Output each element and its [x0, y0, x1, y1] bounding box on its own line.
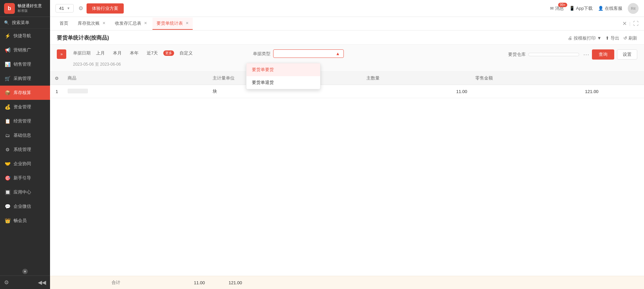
finance-icon: 💰 [4, 104, 11, 110]
settings-button[interactable]: 设置 [617, 49, 637, 60]
data-table: ⚙ 商品 主计量单位 主数量 零售金额 1 块 [50, 72, 644, 98]
tab-home[interactable]: 首页 [55, 18, 72, 30]
table-wrapper: ⚙ 商品 主计量单位 主数量 零售金额 1 块 [50, 72, 644, 276]
warehouse-selector[interactable] [528, 53, 579, 56]
search-menu[interactable]: 🔍 搜索菜单 [0, 17, 50, 29]
type-input[interactable] [277, 51, 334, 56]
tab-inventory-batch-close[interactable]: ✕ [102, 21, 105, 25]
type-dropdown[interactable]: ▲ [273, 49, 344, 58]
purchase-label: 采购管理 [14, 75, 46, 82]
appstore-label: 应用中心 [14, 189, 46, 195]
sidebar-item-sales[interactable]: 📊 销售管理 [0, 57, 50, 71]
sidebar-item-basic[interactable]: 🗂 基础信息 [0, 128, 50, 142]
app-download-button[interactable]: 📱 App下载 [569, 5, 593, 12]
sidebar-item-member[interactable]: 👑 畅会员 [0, 214, 50, 228]
filter-toggle-icon: » [61, 52, 63, 57]
app-download-icon: 📱 [569, 6, 575, 11]
search-icon: 🔍 [4, 20, 9, 25]
tab-expand-icon[interactable]: ⛶ [633, 21, 639, 27]
tab-order-stats-close[interactable]: ✕ [186, 21, 189, 25]
store-selector[interactable]: 41 ▼ [55, 4, 74, 13]
date-filter-group: 单据日期 上月 本月 本年 近7天 更多 自定义 2023-05-06 至 20… [73, 49, 246, 67]
user-avatar[interactable]: Rit [628, 3, 639, 14]
sales-label: 销售管理 [14, 61, 46, 67]
tab-close-all-icon[interactable]: ✕ [622, 20, 627, 27]
dropdown-option-order-return[interactable]: 要货单退货 [246, 76, 320, 89]
settings-icon[interactable]: ⚙ [4, 279, 9, 286]
page-title: 要货单统计表(按商品) [57, 35, 109, 42]
member-label: 畅会员 [14, 218, 46, 224]
sales-icon: 📊 [4, 62, 11, 67]
col-settings[interactable]: ⚙ [50, 72, 64, 85]
tab-receivable-summary[interactable]: 收发存汇总表 ✕ [111, 18, 151, 30]
sidebar-item-guide[interactable]: 🎯 新手引导 [0, 171, 50, 185]
footer-total-quantity: 11.00 [188, 280, 215, 285]
tab-receivable-summary-close[interactable]: ✕ [144, 21, 147, 25]
footer-total-label: 合计 [112, 280, 120, 286]
collapse-sidebar-icon[interactable]: ◀◀ [38, 279, 46, 286]
type-dropdown-chevron-icon[interactable]: ▲ [336, 51, 340, 56]
warehouse-filter-group: 要货仓库 ⋯ 查询 设置 [508, 49, 637, 60]
sidebar-item-purchase[interactable]: 🛒 采购管理 [0, 71, 50, 86]
this-year-button[interactable]: 本年 [127, 49, 141, 58]
custom-date-button[interactable]: 自定义 [177, 49, 195, 58]
print-chevron-icon: ▼ [597, 36, 601, 41]
sidebar-item-inventory[interactable]: 📦 库存核算 [0, 86, 50, 100]
dropdown-option-order-goods-label: 要货单要货 [252, 67, 274, 72]
trial-button[interactable]: 体验行业方案 [87, 3, 124, 14]
sidebar-nav: ⚡ 快捷导航 📢 营销推广 📊 销售管理 🛒 采购管理 📦 库存核算 💰 资金管… [0, 29, 50, 267]
col-amount-header: 零售金额 [471, 72, 602, 85]
sidebar-item-quick-nav[interactable]: ⚡ 快捷导航 [0, 29, 50, 43]
query-button[interactable]: 查询 [592, 49, 614, 60]
sidebar-item-enterprise[interactable]: 🤝 企业协同 [0, 157, 50, 171]
goods-placeholder [68, 89, 88, 93]
service-icon: 👤 [598, 6, 603, 11]
store-chevron-icon: ▼ [67, 6, 70, 10]
app-edition: 标准版 [18, 8, 42, 13]
last-7-days-button[interactable]: 近7天 [144, 49, 161, 58]
sidebar-item-wechat[interactable]: 💬 企业微信 [0, 199, 50, 214]
this-month-button[interactable]: 本月 [110, 49, 124, 58]
export-button[interactable]: ⬆ 导出 [605, 35, 619, 41]
messages-badge: 99+ [558, 3, 567, 7]
more-date-badge[interactable]: 更多 [163, 50, 174, 56]
refresh-button[interactable]: ↺ 刷新 [623, 35, 637, 41]
header-left: 41 ▼ ⚙ 体验行业方案 [55, 3, 124, 14]
dropdown-option-order-goods[interactable]: 要货单要货 [246, 63, 320, 76]
tab-receivable-summary-label: 收发存汇总表 [115, 20, 141, 26]
sidebar-item-finance[interactable]: 💰 资金管理 [0, 100, 50, 114]
dropdown-option-order-return-label: 要货单退货 [252, 80, 274, 85]
top-header: 41 ▼ ⚙ 体验行业方案 ✉ 消息 99+ 📱 App下载 👤 在线客服 Ri… [50, 0, 644, 17]
inventory-icon: 📦 [4, 90, 11, 95]
table-footer: 合计 11.00 121.00 [50, 276, 644, 289]
print-template-button[interactable]: 🖨 按模板打印 ▼ [568, 35, 601, 41]
online-service-button[interactable]: 👤 在线客服 [598, 5, 622, 12]
message-icon: ✉ [550, 6, 554, 11]
operations-label: 经营管理 [14, 118, 46, 124]
sidebar-item-operations[interactable]: 📋 经营管理 [0, 114, 50, 128]
row-amount: 121.00 [471, 85, 602, 98]
main-content: 41 ▼ ⚙ 体验行业方案 ✉ 消息 99+ 📱 App下载 👤 在线客服 Ri… [50, 0, 644, 289]
sidebar-item-appstore[interactable]: 🔲 应用中心 [0, 185, 50, 199]
filter-toggle-button[interactable]: » [57, 49, 66, 59]
page-header: 要货单统计表(按商品) 🖨 按模板打印 ▼ ⬆ 导出 ↺ 刷新 [50, 30, 644, 45]
header-gear-icon[interactable]: ⚙ [78, 5, 83, 12]
filter-more-icon[interactable]: ⋯ [583, 51, 589, 58]
sidebar-item-marketing[interactable]: 📢 营销推广 [0, 43, 50, 57]
sidebar-item-system[interactable]: ⚙ 系统管理 [0, 142, 50, 157]
table-row: 1 块 11.00 121.00 [50, 85, 644, 98]
quick-nav-icon: ⚡ [4, 33, 11, 39]
row-extra [602, 85, 644, 98]
messages-button[interactable]: ✉ 消息 99+ [550, 5, 564, 12]
marketing-icon: 📢 [4, 47, 11, 53]
tab-inventory-batch[interactable]: 库存批次账 ✕ [74, 18, 110, 30]
tab-order-stats-label: 要货单统计表 [157, 20, 183, 26]
last-month-button[interactable]: 上月 [93, 49, 108, 58]
sidebar-logo: b 畅捷通好生意 标准版 [0, 0, 50, 17]
sidebar-scroll-down[interactable]: ▼ [22, 269, 28, 274]
tab-order-stats[interactable]: 要货单统计表 ✕ [152, 18, 193, 30]
type-filter-group: 单据类型 ▲ [253, 49, 344, 58]
basic-icon: 🗂 [4, 133, 11, 138]
row-index: 1 [50, 85, 64, 98]
date-filter-label: 单据日期 [73, 50, 91, 56]
